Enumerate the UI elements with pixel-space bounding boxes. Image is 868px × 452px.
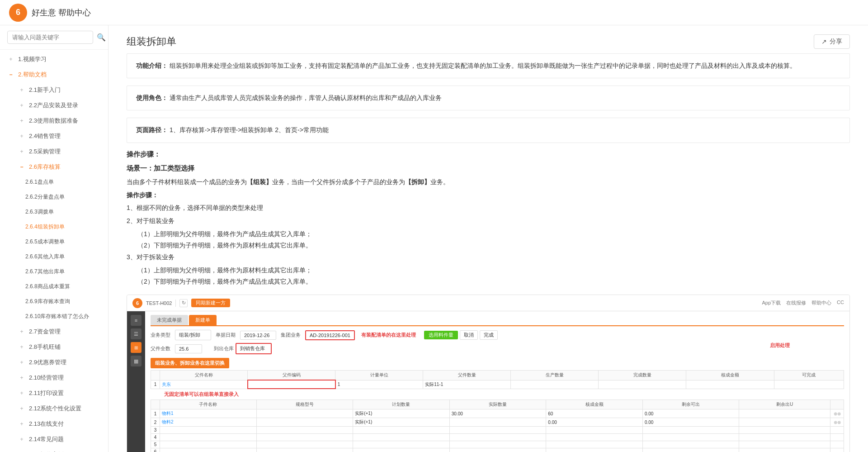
sidebar-item-cases[interactable]: + 2.15操作案例 — [0, 447, 108, 452]
sidebar-item-stock-error[interactable]: 2.6.10库存账本错了怎么办 — [0, 309, 108, 324]
sidebar-item-video[interactable]: + 1.视频学习 — [0, 52, 108, 67]
mock-th-available: 可完成 — [774, 371, 844, 381]
mock-lower-row5: 5 — [151, 441, 844, 448]
mock-th-remain-out: 剩余可出 — [642, 400, 739, 409]
plus-icon: + — [7, 56, 14, 63]
sidebar-item-faq[interactable]: + 2.14常见问题 — [0, 432, 108, 447]
mock-app-link[interactable]: App下载 — [762, 300, 781, 306]
share-icon: ↗ — [821, 38, 827, 45]
mock-repair-link[interactable]: 在线报修 — [786, 300, 806, 306]
mock-input-warehouse[interactable]: 到销售仓库 — [236, 343, 272, 354]
mock-tab-incomplete[interactable]: 未完成单据 — [151, 315, 188, 325]
main-layout: 🔍 + 1.视频学习 − 2.帮助文档 + 2.1新手入门 + 2.2产品安装及… — [0, 25, 868, 452]
feature-intro-text: 组装拆卸单用来处理企业组装或拆卸等加工业务，支持有固定装配清单的产品加工业务，也… — [170, 62, 796, 69]
share-button[interactable]: ↗ 分享 — [814, 34, 850, 49]
mock-company: TEST-H002 — [146, 300, 172, 306]
mock-input-date[interactable]: 2019-12-26 — [240, 331, 276, 340]
mock-th-unit: 计量单位 — [335, 371, 423, 381]
mock-row2-actions[interactable]: ⊕⊗ — [834, 420, 841, 425]
sidebar-item-docs[interactable]: − 2.帮助文档 — [0, 67, 108, 82]
mock-sidebar-icon1[interactable]: ≡ — [131, 315, 142, 326]
mock-sidebar: ≡ ☰ ⊞ ▦ — [127, 311, 145, 452]
path-label: 页面路径： — [136, 126, 168, 133]
sidebar-item-cost-adjust[interactable]: 2.6.5成本调整单 — [0, 234, 108, 249]
mock-th-actual: 实际数量 — [449, 400, 546, 409]
sidebar-item-mobile[interactable]: + 2.8手机旺铺 — [0, 339, 108, 355]
mock-help-link[interactable]: 帮助中心 — [811, 300, 831, 306]
sidebar-item-coupon[interactable]: + 2.9优惠券管理 — [0, 355, 108, 370]
mock-lower-row1: 1 物料1 实际(+1) 30.00 60 0.00 ⊕⊗ — [151, 409, 844, 418]
mock-tab-new[interactable]: 新建单 — [189, 315, 217, 325]
app-name: 好生意 帮助中心 — [32, 7, 91, 18]
plus-icon-11: + — [18, 390, 25, 397]
sidebar-item-print[interactable]: + 2.11打印设置 — [0, 385, 108, 401]
sidebar-item-settings[interactable]: + 2.12系统个性化设置 — [0, 401, 108, 416]
sidebar-item-install[interactable]: + 2.2产品安装及登录 — [0, 98, 108, 113]
sidebar-item-stock-query[interactable]: 2.6.9库存账本查询 — [0, 294, 108, 309]
step3: 3、对于拆装业务 — [127, 252, 850, 263]
mock-tabs: 未完成单据 新建单 — [151, 315, 844, 326]
mock-refresh[interactable]: ↻ — [179, 299, 188, 307]
mock-th-spec: 规格型号 — [256, 400, 353, 409]
role-label: 使用角色： — [136, 94, 168, 101]
steps-title: 操作步骤： — [127, 191, 850, 200]
plus-icon-9: + — [18, 359, 25, 366]
mock-sidebar-icon2[interactable]: ☰ — [131, 328, 142, 339]
sidebar-item-payment[interactable]: + 2.13在线支付 — [0, 416, 108, 432]
mock-sidebar-icon4[interactable]: ▦ — [131, 356, 142, 366]
sidebar-item-operation[interactable]: + 2.10经营管理 — [0, 370, 108, 385]
mock-lower-row6: 6 — [151, 448, 844, 452]
plus-icon-6: + — [18, 148, 25, 155]
ops-section: 操作步骤： 场景一：加工类型选择 当由多个子件材料组装成一个成品的业务为【组装】… — [108, 150, 868, 288]
minus-icon: − — [7, 71, 14, 78]
mock-row1-actions[interactable]: ⊕⊗ — [834, 411, 841, 416]
mock-cancel-btn[interactable]: 取消 — [460, 330, 478, 340]
mock-input-count[interactable]: 25.6 — [175, 344, 202, 353]
scenario-title: 场景一：加工类型选择 — [127, 164, 850, 173]
sidebar-item-other-out[interactable]: 2.6.7其他出库单 — [0, 264, 108, 279]
mock-screenshot: 6 TEST-H002 ↻ 同期新建一方 App下载 在线报修 帮助中心 CC — [127, 295, 849, 452]
sidebar-item-stock-count[interactable]: 2.6.1盘点单 — [0, 175, 108, 190]
plus-icon-4: + — [18, 117, 25, 124]
mock-th-remain-u: 剩余出U — [739, 400, 830, 409]
sidebar-item-partial-count[interactable]: 2.6.2分量盘点单 — [0, 190, 108, 205]
mock-th-parent-code: 父件编码 — [248, 371, 335, 381]
search-input[interactable] — [7, 31, 93, 44]
content-area: 组装拆卸单 ↗ 分享 功能介绍： 组装拆卸单用来处理企业组装或拆卸等加工业务，支… — [108, 25, 868, 452]
plus-icon-7: + — [18, 328, 25, 335]
plus-icon-2: + — [18, 86, 25, 94]
sidebar-item-purchase[interactable]: + 2.5采购管理 — [0, 144, 108, 159]
mock-th-parent-name: 父件名称 — [160, 371, 248, 381]
sidebar: 🔍 + 1.视频学习 − 2.帮助文档 + 2.1新手入门 + 2.2产品安装及… — [0, 25, 108, 452]
mock-confirm-btn[interactable]: 选用料件量 — [424, 331, 458, 339]
sidebar-item-other-in[interactable]: 2.6.6其他入库单 — [0, 249, 108, 264]
step3-sub1: （1）上部明细为父件明细，最终作为原材料生成其它出库单； — [127, 265, 850, 276]
mock-th-actions — [830, 400, 844, 409]
feature-intro-label: 功能介绍： — [136, 62, 168, 69]
sidebar-item-sales[interactable]: + 2.4销售管理 — [0, 128, 108, 144]
sidebar-item-inventory[interactable]: − 2.6库存核算 — [0, 159, 108, 175]
mock-new-btn[interactable]: 同期新建一方 — [191, 299, 230, 307]
scenario-desc: 当由多个子件材料组装成一个成品的业务为【组装】业务，当由一个父件拆分成多个子产品… — [127, 176, 850, 188]
mock-input-type[interactable]: 组装/拆卸 — [175, 330, 211, 340]
mock-lower-row4: 4 — [151, 434, 844, 441]
mock-sidebar-icon3[interactable]: ⊞ — [131, 342, 142, 353]
step1: 1、根据不同的业务，选择不同单据的类型来处理 — [127, 202, 850, 214]
mock-input-group[interactable]: AD-20191226-001 — [305, 330, 355, 340]
sidebar-item-goods-cost[interactable]: 2.6.8商品成本重算 — [0, 279, 108, 294]
mock-annotation1: 有装配清单的在这里处理 — [359, 332, 418, 338]
sidebar-item-finance[interactable]: + 2.7资金管理 — [0, 324, 108, 339]
plus-icon-14: + — [18, 436, 25, 443]
mock-save-btn[interactable]: 完成 — [480, 330, 498, 340]
sidebar-item-newcomer[interactable]: + 2.1新手入门 — [0, 82, 108, 98]
sidebar-item-adjust[interactable]: 2.6.3调拨单 — [0, 205, 108, 219]
sidebar-item-prepare[interactable]: + 2.3使用前数据准备 — [0, 113, 108, 128]
role-box: 使用角色： 通常由生产人员或库管人员完成拆装业务的操作，库管人员确认原材料的出库… — [127, 86, 850, 110]
mock-lower-table: 子件名称 规格型号 计划数量 实际数量 核成金额 剩余可出 剩余出U — [151, 400, 844, 452]
mock-main-content: 未完成单据 新建单 业务类型 组装/拆卸 单据日期 2019-12-26 集团业… — [145, 311, 849, 452]
ops-title: 操作步骤： — [127, 150, 850, 159]
search-button[interactable]: 🔍 — [97, 33, 106, 42]
mock-cc-link[interactable]: CC — [837, 300, 844, 306]
mock-form-section: 业务类型 组装/拆卸 单据日期 2019-12-26 集团业务 AD-20191… — [151, 330, 844, 354]
sidebar-item-assembly[interactable]: 2.6.4组装拆卸单 — [0, 219, 108, 234]
